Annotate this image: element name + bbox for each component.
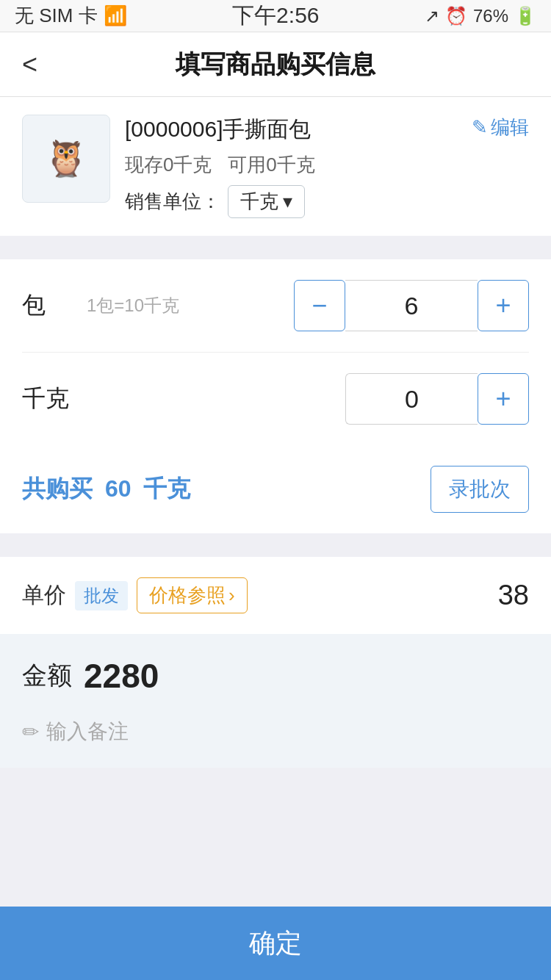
plus-button-pack[interactable]: + xyxy=(478,280,529,331)
total-text: 共购买 60 千克 xyxy=(22,473,190,505)
product-stock: 现存0千克 可用0千克 xyxy=(125,152,529,178)
qty-input-kg[interactable] xyxy=(345,373,478,425)
product-card: 🦉 [0000006]手撕面包 ✎ 编辑 现存0千克 可用0千克 销售单位： 千… xyxy=(0,97,551,236)
product-logo: 🦉 xyxy=(44,138,88,179)
qty-controls-pack: − + xyxy=(294,280,529,331)
note-placeholder: 输入备注 xyxy=(46,718,129,746)
separator-1 xyxy=(0,248,551,259)
unit-select[interactable]: 千克 ▾ xyxy=(228,185,305,218)
battery-status: 76% xyxy=(473,6,508,26)
plus-button-kg[interactable]: + xyxy=(478,373,529,425)
chevron-down-icon: ▾ xyxy=(283,190,292,213)
quantity-section: 包 1包=10千克 − + 千克 + xyxy=(0,259,551,445)
product-top-row: [0000006]手撕面包 ✎ 编辑 xyxy=(125,115,529,152)
alarm-icon: ⏰ xyxy=(445,6,467,26)
status-bar: 无 SIM 卡 📶 下午2:56 ↗ ⏰ 76% 🔋 xyxy=(0,0,551,32)
minus-button-pack[interactable]: − xyxy=(294,280,345,331)
qty-hint-pack: 1包=10千克 xyxy=(87,294,294,317)
price-row: 单价 批发 价格参照 › 38 xyxy=(22,577,529,613)
page-title: 填写商品购买信息 xyxy=(176,48,375,82)
price-label: 单价 xyxy=(22,580,66,610)
pencil-icon: ✏ xyxy=(22,720,39,744)
product-info: [0000006]手撕面包 ✎ 编辑 现存0千克 可用0千克 销售单位： 千克 … xyxy=(125,115,529,218)
product-unit-row: 销售单位： 千克 ▾ xyxy=(125,185,529,218)
sim-status: 无 SIM 卡 xyxy=(15,3,98,29)
price-tag: 批发 xyxy=(75,581,128,610)
total-section: 共购买 60 千克 录批次 xyxy=(0,445,551,533)
total-amount: 60 xyxy=(105,475,132,502)
amount-row: 金额 2280 xyxy=(22,656,529,696)
status-left: 无 SIM 卡 📶 xyxy=(15,3,127,29)
amount-section: 金额 2280 ✏ 输入备注 xyxy=(0,634,551,768)
wifi-icon: 📶 xyxy=(104,4,127,27)
back-button[interactable]: < xyxy=(15,42,45,87)
batch-button[interactable]: 录批次 xyxy=(431,466,529,513)
qty-row-pack: 包 1包=10千克 − + xyxy=(22,259,529,353)
amount-value: 2280 xyxy=(84,656,159,696)
price-left: 单价 批发 价格参照 › xyxy=(22,577,248,613)
qty-input-pack[interactable] xyxy=(345,280,478,331)
location-icon: ↗ xyxy=(425,6,439,26)
nav-bar: < 填写商品购买信息 xyxy=(0,32,551,97)
product-thumbnail: 🦉 xyxy=(22,115,110,203)
price-section: 单价 批发 价格参照 › 38 xyxy=(0,557,551,634)
confirm-button[interactable]: 确定 xyxy=(0,907,551,980)
qty-controls-kg: + xyxy=(345,373,529,425)
battery-icon: 🔋 xyxy=(514,6,536,26)
edit-button[interactable]: ✎ 编辑 xyxy=(472,115,529,140)
note-row[interactable]: ✏ 输入备注 xyxy=(22,710,529,768)
product-name: [0000006]手撕面包 xyxy=(125,115,311,145)
price-value: 38 xyxy=(498,580,529,611)
qty-row-kg: 千克 + xyxy=(22,353,529,445)
separator-2 xyxy=(0,545,551,557)
status-right: ↗ ⏰ 76% 🔋 xyxy=(425,6,536,26)
price-ref-button[interactable]: 价格参照 › xyxy=(137,577,248,613)
amount-label: 金额 xyxy=(22,659,72,693)
qty-label-kg: 千克 xyxy=(22,383,81,415)
status-time: 下午2:56 xyxy=(232,1,319,31)
qty-label-pack: 包 xyxy=(22,289,81,322)
